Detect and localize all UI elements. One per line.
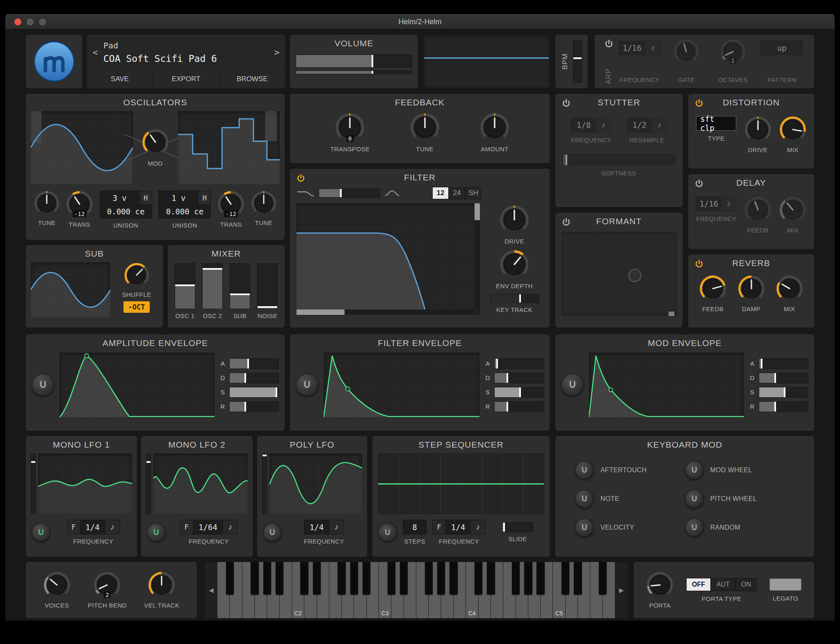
arp-tempo-sync-note-button[interactable]: ♪ [646, 41, 660, 55]
osc2-unison-detune[interactable]: 0.000 ce [159, 205, 210, 218]
delay-frequency-value[interactable]: 1/16 [696, 196, 721, 211]
zoom-window-button[interactable] [39, 18, 46, 25]
mixer-osc1-slider[interactable] [175, 263, 195, 309]
pitch-wheel-mod-source[interactable] [685, 489, 704, 508]
vel-track-knob[interactable] [148, 571, 175, 598]
sub-wave-display[interactable] [31, 262, 110, 317]
sub-octave-down-button[interactable]: -OCT [123, 301, 150, 313]
mod-sustain-slider[interactable] [759, 387, 808, 398]
lfo1-frequency-note-button[interactable]: ♪ [105, 520, 120, 535]
piano-black-key[interactable] [388, 562, 395, 594]
patch-name[interactable]: COA Soft Scifi Pad 6 [103, 53, 269, 64]
piano-black-key[interactable] [437, 562, 445, 594]
porta-type-auto-button[interactable]: AUT [711, 578, 735, 591]
filter-key-track-slider[interactable] [490, 294, 539, 303]
pitch-bend-knob[interactable]: 2 [94, 571, 121, 598]
lfo1-amplitude-slider[interactable] [31, 453, 36, 514]
amplitude-envelope-graph[interactable] [59, 353, 215, 417]
amp-decay-slider[interactable] [229, 373, 279, 383]
formant-xy-handle[interactable] [628, 269, 641, 282]
amp-sustain-slider[interactable] [229, 387, 279, 398]
arp-pattern-value[interactable]: up [760, 41, 803, 55]
poly-lfo-frequency-value[interactable]: 1/4 [304, 520, 329, 535]
keyboard-scroll-left-button[interactable]: ◀ [205, 562, 217, 618]
velocity-mod-source[interactable] [575, 518, 594, 537]
reverb-mix-knob[interactable] [776, 275, 803, 302]
piano-black-key[interactable] [251, 562, 258, 594]
piano-black-key[interactable] [338, 562, 345, 594]
patch-category[interactable]: Pad [103, 41, 269, 50]
lfo2-frequency-note-button[interactable]: ♪ [223, 520, 238, 535]
export-button[interactable]: EXPORT [153, 70, 219, 88]
osc1-unison-voices[interactable]: 3 v [100, 191, 139, 205]
distortion-mix-knob[interactable] [779, 116, 806, 143]
filter-response-display[interactable] [297, 203, 480, 315]
formant-power-button[interactable] [561, 217, 571, 228]
lfo1-wave-display[interactable] [38, 453, 132, 514]
feedback-amount-knob[interactable] [480, 113, 509, 142]
step-sequencer-mod-source[interactable] [378, 523, 397, 542]
minimize-window-button[interactable] [27, 18, 34, 25]
mixer-osc2-slider[interactable] [202, 263, 223, 309]
piano-black-key[interactable] [263, 562, 271, 594]
osc1-tune-knob[interactable] [34, 191, 59, 216]
feedback-tune-knob[interactable] [410, 113, 440, 142]
arp-power-button[interactable] [604, 39, 614, 49]
lfo2-frequency-value[interactable]: 1/64 [193, 520, 223, 535]
porta-type-off-button[interactable]: OFF [686, 578, 711, 591]
piano-black-key[interactable] [226, 562, 234, 594]
aftertouch-mod-source[interactable] [575, 461, 594, 480]
save-button[interactable]: SAVE [87, 70, 153, 88]
random-mod-source[interactable] [685, 518, 704, 537]
close-window-button[interactable] [14, 18, 21, 25]
osc1-trans-knob[interactable]: -12 [66, 191, 93, 218]
step-sequencer-slide-slider[interactable] [502, 522, 533, 532]
piano-black-key[interactable] [363, 562, 370, 594]
step-sequencer-frequency-note-button[interactable]: ♪ [471, 520, 486, 535]
voices-knob[interactable] [43, 571, 71, 598]
reverb-power-button[interactable] [694, 259, 704, 269]
bpm-slider[interactable] [573, 40, 582, 83]
filter-env-depth-knob[interactable] [500, 250, 529, 279]
mod-envelope-graph[interactable] [589, 353, 744, 417]
filter-release-slider[interactable] [494, 401, 544, 412]
filter-envelope-mod-source[interactable] [296, 373, 319, 396]
delay-mix-knob[interactable] [779, 196, 806, 223]
poly-lfo-mod-source[interactable] [263, 523, 282, 542]
piano-black-key[interactable] [487, 562, 495, 594]
porta-type-on-button[interactable]: ON [735, 578, 757, 591]
piano-black-key[interactable] [574, 562, 582, 594]
distortion-type-value[interactable]: sft clp [696, 116, 736, 131]
filter-drive-knob[interactable] [500, 205, 529, 234]
note-mod-source[interactable] [575, 489, 594, 508]
mixer-noise-slider[interactable] [257, 263, 278, 309]
lfo2-sync-mode-button[interactable]: F [180, 520, 193, 535]
osc2-harmonize-button[interactable]: H [198, 191, 210, 205]
filter-envelope-graph[interactable] [324, 353, 479, 417]
helm-logo-icon[interactable] [32, 40, 76, 83]
piano-black-key[interactable] [562, 562, 569, 594]
delay-frequency-note-button[interactable]: ♪ [721, 196, 736, 211]
mixer-sub-slider[interactable] [230, 263, 250, 309]
delay-power-button[interactable] [694, 179, 704, 189]
step-sequencer-steps[interactable] [378, 483, 544, 485]
poly-lfo-frequency-note-button[interactable]: ♪ [329, 520, 344, 535]
piano-black-key[interactable] [350, 562, 358, 594]
formant-xy-pad[interactable] [561, 232, 677, 316]
mod-decay-slider[interactable] [759, 373, 808, 383]
stutter-frequency-note-button[interactable]: ♪ [596, 118, 611, 132]
volume-slider[interactable] [296, 55, 412, 68]
piano-black-key[interactable] [313, 562, 321, 594]
step-sequencer-sync-mode-button[interactable]: F [432, 520, 445, 535]
amplitude-envelope-mod-source[interactable] [32, 373, 55, 396]
browse-button[interactable]: BROWSE [219, 70, 285, 88]
distortion-power-button[interactable] [694, 98, 704, 109]
amp-attack-slider[interactable] [229, 358, 279, 369]
patch-next-button[interactable]: > [269, 35, 285, 70]
piano-black-key[interactable] [536, 562, 544, 594]
osc1-wave-display[interactable] [31, 111, 133, 184]
amp-release-slider[interactable] [229, 401, 279, 412]
filter-cutoff-slider[interactable] [297, 309, 475, 315]
osc2-wave-display[interactable] [178, 111, 280, 184]
filter-resonance-slider[interactable] [475, 203, 480, 309]
